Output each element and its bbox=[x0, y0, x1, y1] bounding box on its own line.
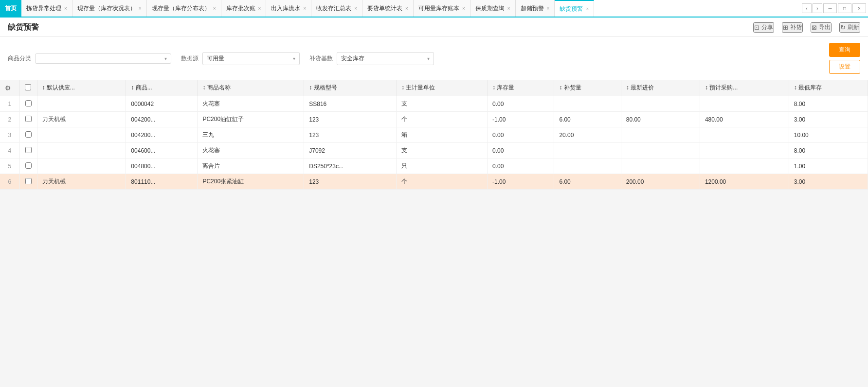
spec-column-header: ↕ 规格型号 bbox=[304, 80, 397, 96]
table-row: 1 0000042 火花塞 SS816 支 0.00 8.00 bbox=[0, 96, 868, 112]
page-title: 缺货预警 bbox=[8, 22, 39, 33]
row-unit: 支 bbox=[397, 143, 488, 158]
row-min-stock: 3.00 bbox=[789, 174, 868, 190]
replenish-base-select[interactable]: 安全库存 ▾ bbox=[337, 52, 434, 65]
row-latest-price bbox=[621, 96, 700, 112]
row-product-code: 004200... bbox=[126, 112, 198, 127]
window-maximize-button[interactable]: □ bbox=[838, 3, 851, 13]
column-settings-icon[interactable]: ⚙ bbox=[5, 84, 11, 92]
tab-stock-dist[interactable]: 现存量（库存分布表）× bbox=[147, 0, 221, 17]
tab-close-demand[interactable]: × bbox=[405, 6, 408, 11]
tab-batch[interactable]: 库存批次账× bbox=[221, 0, 267, 17]
tab-expiry[interactable]: 保质期查询× bbox=[470, 0, 516, 17]
tab-receipt[interactable]: 收发存汇总表× bbox=[311, 0, 362, 17]
row-product-name: 三九 bbox=[198, 127, 304, 143]
table-body: 1 0000042 火花塞 SS816 支 0.00 8.00 2 力天机械 0… bbox=[0, 96, 868, 190]
product-code-column-header: ↕ 商品... bbox=[126, 80, 198, 96]
share-button[interactable]: ⊡ 分享 bbox=[753, 22, 774, 33]
window-minimize-button[interactable]: ─ bbox=[823, 3, 837, 13]
row-checkbox-cell bbox=[19, 112, 37, 127]
row-latest-price bbox=[621, 143, 700, 158]
row-latest-price bbox=[621, 127, 700, 143]
row-product-code: 801110... bbox=[126, 174, 198, 190]
tab-close-receipt[interactable]: × bbox=[354, 6, 357, 11]
row-checkbox-cell bbox=[19, 158, 37, 174]
datasource-value: 可用量 bbox=[207, 54, 224, 63]
query-button[interactable]: 查询 bbox=[829, 43, 860, 57]
tab-demand[interactable]: 要货单统计表× bbox=[362, 0, 414, 17]
row-product-code: 004200... bbox=[126, 127, 198, 143]
tab-close-stock-status[interactable]: × bbox=[139, 6, 142, 11]
category-select[interactable]: ▾ bbox=[35, 53, 171, 64]
datasource-filter-group: 数据源 可用量 ▾ bbox=[181, 52, 300, 65]
category-arrow-icon: ▾ bbox=[164, 56, 167, 61]
row-product-name: PC200油缸缸子 bbox=[198, 112, 304, 127]
tab-available[interactable]: 可用量库存账本× bbox=[414, 0, 470, 17]
tab-next-button[interactable]: › bbox=[813, 3, 822, 13]
row-spec: SS816 bbox=[304, 96, 397, 112]
row-checkbox-cell bbox=[19, 127, 37, 143]
tab-close-batch[interactable]: × bbox=[258, 6, 261, 11]
tab-close-shortage[interactable]: × bbox=[586, 6, 589, 12]
row-checkbox[interactable] bbox=[25, 147, 32, 153]
row-replenish-qty bbox=[554, 158, 621, 174]
category-filter-group: 商品分类 ▾ bbox=[8, 53, 171, 64]
row-spec: 123 bbox=[304, 112, 397, 127]
replenish-icon: ⊞ bbox=[783, 24, 788, 31]
row-spec: 123 bbox=[304, 127, 397, 143]
row-checkbox[interactable] bbox=[25, 116, 32, 122]
row-num-cell: 5 bbox=[0, 158, 19, 174]
tab-close-exception[interactable]: × bbox=[64, 6, 67, 11]
tab-exception[interactable]: 拣货异常处理× bbox=[21, 0, 72, 17]
tab-stock-status[interactable]: 现存量（库存状况表）× bbox=[72, 0, 147, 17]
filter-action-buttons: 查询 设置 bbox=[829, 43, 860, 74]
datasource-select[interactable]: 可用量 ▾ bbox=[202, 52, 300, 65]
row-latest-price: 200.00 bbox=[621, 174, 700, 190]
replenish-button[interactable]: ⊞ 补货 bbox=[782, 22, 803, 33]
product-name-column-header: ↕ 商品名称 bbox=[198, 80, 304, 96]
tab-home[interactable]: 首页 bbox=[0, 0, 21, 17]
tab-prev-button[interactable]: ‹ bbox=[802, 3, 812, 13]
row-checkbox[interactable] bbox=[25, 100, 32, 106]
row-checkbox[interactable] bbox=[25, 162, 32, 169]
page-header: 缺货预警 ⊡ 分享 ⊞ 补货 ⊠ 导出 ↻ 刷新 bbox=[0, 18, 868, 37]
row-unit: 只 bbox=[397, 158, 488, 174]
export-button[interactable]: ⊠ 导出 bbox=[811, 22, 832, 33]
tab-close-stock-dist[interactable]: × bbox=[213, 6, 216, 11]
table-header: ⚙ ↕ 默认供应... ↕ 商品... ↕ 商品名称 ↕ bbox=[0, 80, 868, 96]
tab-label-expiry: 保质期查询 bbox=[475, 4, 505, 13]
select-all-checkbox[interactable] bbox=[25, 84, 31, 90]
tab-close-overstock[interactable]: × bbox=[547, 6, 550, 11]
row-estimated-purchase bbox=[700, 127, 789, 143]
tab-shortage[interactable]: 缺货预警× bbox=[555, 0, 594, 17]
tab-overstock[interactable]: 超储预警× bbox=[516, 0, 555, 17]
row-stock-qty: 0.00 bbox=[488, 96, 554, 112]
row-product-code: 004600... bbox=[126, 143, 198, 158]
tab-label-stock-dist: 现存量（库存分布表） bbox=[152, 4, 210, 13]
row-checkbox[interactable] bbox=[25, 131, 32, 138]
tab-label-home: 首页 bbox=[5, 4, 17, 13]
tab-inout[interactable]: 出入库流水× bbox=[266, 0, 311, 17]
row-checkbox[interactable] bbox=[25, 178, 32, 184]
stock-qty-column-header: ↕ 库存量 bbox=[488, 80, 554, 96]
tab-label-shortage: 缺货预警 bbox=[560, 5, 583, 13]
settings-button[interactable]: 设置 bbox=[829, 60, 860, 74]
row-stock-qty: 0.00 bbox=[488, 127, 554, 143]
row-product-name: 火花塞 bbox=[198, 96, 304, 112]
header-actions: ⊡ 分享 ⊞ 补货 ⊠ 导出 ↻ 刷新 bbox=[753, 22, 860, 33]
window-close-button[interactable]: × bbox=[852, 3, 866, 13]
row-replenish-qty bbox=[554, 143, 621, 158]
tab-close-expiry[interactable]: × bbox=[507, 6, 510, 11]
row-num-cell: 1 bbox=[0, 96, 19, 112]
row-stock-qty: -1.00 bbox=[488, 112, 554, 127]
refresh-button[interactable]: ↻ 刷新 bbox=[839, 22, 860, 33]
tab-close-inout[interactable]: × bbox=[303, 6, 306, 11]
row-product-name: PC200张紧油缸 bbox=[198, 174, 304, 190]
page-content: 缺货预警 ⊡ 分享 ⊞ 补货 ⊠ 导出 ↻ 刷新 商品分类 bbox=[0, 18, 868, 190]
unit-column-header: ↕ 主计量单位 bbox=[397, 80, 488, 96]
replenish-base-label: 补货基数 bbox=[309, 54, 333, 63]
row-estimated-purchase: 1200.00 bbox=[700, 174, 789, 190]
row-estimated-purchase bbox=[700, 158, 789, 174]
row-min-stock: 3.00 bbox=[789, 112, 868, 127]
tab-close-available[interactable]: × bbox=[462, 6, 465, 11]
